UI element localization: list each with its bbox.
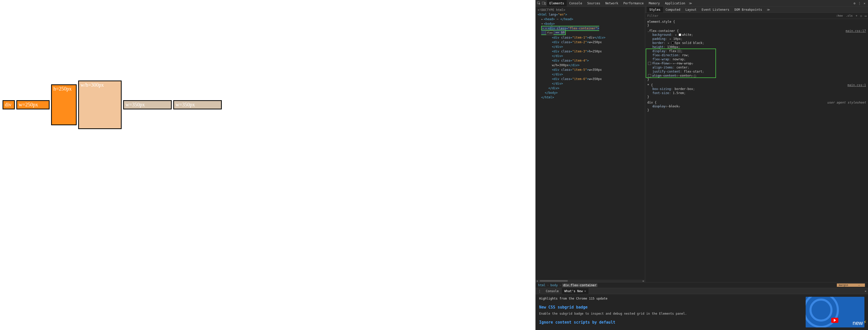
dom-flex-close[interactable]: </div> <box>548 86 559 90</box>
drawer-tab-console[interactable]: Console <box>543 288 561 294</box>
styles-rules[interactable]: element.style { } main.css:17 .flex-cont… <box>645 19 868 282</box>
tab-performance[interactable]: Performance <box>621 0 646 6</box>
flex-item-4: w/h=300px <box>78 81 122 129</box>
dom-head[interactable]: <head> <box>544 18 555 21</box>
element-style-selector[interactable]: element.style { <box>647 20 675 24</box>
box-model-label: margin <box>839 284 848 287</box>
drawer-h2[interactable]: Ignore content scripts by default <box>539 320 801 325</box>
css-declaration[interactable]: display: flex; <box>647 49 866 53</box>
copy-styles-icon[interactable]: ☐ <box>859 14 863 18</box>
crumb-selected[interactable]: div.flex-container <box>562 283 597 287</box>
css-declaration[interactable]: background: ▸ white; <box>647 33 866 37</box>
info-icon[interactable]: i <box>693 74 696 78</box>
dom-html-open[interactable]: <html lang="en"> <box>537 13 567 17</box>
star-selector[interactable]: * { <box>647 83 653 87</box>
eq-dollar-zero: == $0 <box>556 31 565 34</box>
css-declaration[interactable]: justify-content: flex-start; <box>647 69 866 73</box>
svg-rect-2 <box>545 3 546 5</box>
kebab-icon[interactable]: ⋮ <box>858 2 861 5</box>
crumb-body[interactable]: body <box>550 283 558 287</box>
cls-toggle[interactable]: .cls <box>844 14 855 18</box>
drawer-tab-whatsnew[interactable]: What's New✕ <box>562 288 589 294</box>
brace-close: } <box>647 78 649 81</box>
checkbox-icon[interactable] <box>648 62 651 65</box>
close-icon[interactable]: ✕ <box>584 289 586 293</box>
lightning-icon[interactable]: ⚡ <box>863 319 866 325</box>
color-swatch[interactable] <box>672 42 674 44</box>
dom-body-open[interactable]: <body> <box>544 22 555 26</box>
styles-tab-eventlisteners[interactable]: Event Listeners <box>699 7 732 12</box>
css-declaration[interactable]: border: ▸ 5px solid black; <box>647 41 866 45</box>
drawer-h1[interactable]: New CSS subgrid badge <box>539 305 801 309</box>
styles-tab-computed[interactable]: Computed <box>663 7 683 12</box>
styles-tab-styles[interactable]: Styles <box>647 7 663 12</box>
styles-tabs-overflow-icon[interactable]: ≫ <box>765 8 772 11</box>
tab-sources[interactable]: Sources <box>585 0 603 6</box>
flex-editor-icon[interactable] <box>677 50 681 52</box>
checkbox-icon[interactable] <box>648 74 651 77</box>
flex-item-3: h=250px <box>51 84 76 125</box>
css-declaration[interactable]: align-content: center;i <box>647 73 866 78</box>
tab-network[interactable]: Network <box>603 0 621 6</box>
rule-source-link[interactable]: main.css:17 <box>846 29 866 33</box>
drawer-tabs: ⋮ Console What's New✕ ✕ <box>535 288 868 294</box>
tab-memory[interactable]: Memory <box>646 0 662 6</box>
dom-html-close[interactable]: </html> <box>541 96 554 99</box>
styles-tabs: Styles Computed Layout Event Listeners D… <box>645 7 868 13</box>
computed-toggle-icon[interactable]: ▭ <box>863 14 868 18</box>
dom-tree-panel[interactable]: <!DOCTYPE html> <html lang="en"> ▸<head>… <box>535 7 645 282</box>
css-declaration[interactable]: align-items: center; <box>647 65 866 69</box>
tab-console[interactable]: Console <box>567 0 585 6</box>
div-selector[interactable]: div { <box>647 101 656 104</box>
flex-container-selector[interactable]: .flex-container { <box>647 29 679 33</box>
drawer-p1: Enable the subgrid badge to inspect and … <box>539 311 801 316</box>
css-declaration[interactable]: flex-direction: row; <box>647 53 866 57</box>
styles-tab-layout[interactable]: Layout <box>683 7 699 12</box>
brace-close: } <box>647 24 649 27</box>
tab-application[interactable]: Application <box>662 0 688 6</box>
devtools-tabs: Elements Console Sources Network Perform… <box>547 0 693 6</box>
drawer-close-icon[interactable]: ✕ <box>863 289 868 293</box>
svg-rect-1 <box>542 2 545 4</box>
css-declaration[interactable]: flex-flow: ▸ row wrap; <box>647 61 866 65</box>
device-toggle-icon[interactable] <box>542 1 546 6</box>
drawer-kebab-icon[interactable]: ⋮ <box>536 289 543 293</box>
flex-badge[interactable]: flex <box>546 30 554 35</box>
drawer-headline: Highlights from the Chrome 115 update <box>539 297 801 300</box>
rule-source-link[interactable]: main.css:1 <box>847 83 866 87</box>
dom-item-6[interactable]: <div class="item-6">w=350px <box>535 77 645 81</box>
tab-elements[interactable]: Elements <box>547 0 567 6</box>
css-declaration[interactable]: height: 1300px; <box>647 45 866 49</box>
dom-body-close[interactable]: </body> <box>545 91 558 95</box>
drawer-thumbnail[interactable]: new <box>806 297 864 327</box>
dom-item-1[interactable]: <div class="item-1">div</div> <box>535 35 645 40</box>
dom-item-3[interactable]: <div class="item-3">h=250px <box>535 49 645 54</box>
dom-item-4[interactable]: <div class="item-4"> <box>535 58 645 63</box>
flex-item-5: w=350px <box>123 100 172 110</box>
flex-item-1: div <box>3 100 15 110</box>
dom-item-5[interactable]: <div class="item-5">w=350px <box>535 67 645 72</box>
css-declaration[interactable]: box-sizing: border-box; <box>647 87 866 91</box>
close-icon[interactable]: ✕ <box>864 2 865 5</box>
new-rule-icon[interactable]: ＋ <box>854 13 859 18</box>
ua-stylesheet-label: user agent stylesheet <box>827 101 866 104</box>
css-declaration[interactable]: flex-wrap: nowrap; <box>647 57 866 61</box>
box-model-preview[interactable]: margin – <box>837 283 865 287</box>
inspect-icon[interactable] <box>536 1 541 6</box>
play-icon[interactable] <box>831 318 838 323</box>
tabs-overflow-icon[interactable]: ≫ <box>688 2 693 5</box>
gear-icon[interactable]: ⚙ <box>854 2 856 5</box>
dom-scrollbar[interactable]: ◀▶ <box>535 280 645 282</box>
crumb-html[interactable]: html <box>537 283 546 287</box>
styles-filter-input[interactable] <box>645 14 835 18</box>
hov-toggle[interactable]: :hov <box>835 14 844 18</box>
color-swatch[interactable] <box>679 33 681 36</box>
dom-selected-row[interactable]: ⋯▾<div class="flex-container"> flex== $0 <box>535 26 645 35</box>
css-declaration[interactable]: display: block; <box>647 104 866 109</box>
styles-tab-dombreakpoints[interactable]: DOM Breakpoints <box>732 7 765 12</box>
flex-container: div w=250px h=250px w/h=300px w=350px w=… <box>0 0 535 210</box>
dom-item-2[interactable]: <div class="item-2">w=250px <box>535 40 645 44</box>
css-declaration[interactable]: padding: ▸ 10px; <box>647 37 866 41</box>
css-declaration[interactable]: font-size: 1.5rem; <box>647 91 866 95</box>
devtools-panel: Elements Console Sources Network Perform… <box>535 0 868 330</box>
